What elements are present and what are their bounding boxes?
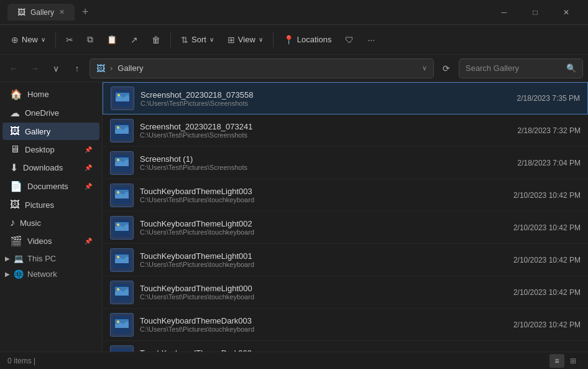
file-date: 2/10/2023 10:42 PM — [481, 256, 581, 264]
address-dropdown-icon[interactable]: ∨ — [422, 64, 427, 72]
table-row[interactable]: TouchKeyboardThemeLight002 C:\Users\Test… — [103, 212, 588, 244]
security-button[interactable]: 🛡 — [339, 31, 360, 49]
file-name: TouchKeyboardThemeLight000 — [140, 284, 475, 293]
minimize-button[interactable]: ─ — [490, 3, 518, 22]
security-icon: 🛡 — [345, 35, 354, 45]
new-tab-button[interactable]: + — [82, 6, 89, 19]
table-row[interactable]: Screenshot (1) C:\Users\Test\Pictures\Sc… — [103, 147, 588, 179]
sidebar: 🏠 Home ☁ OneDrive 🖼 Gallery 🖥 Desktop 📌 … — [0, 82, 103, 352]
table-row[interactable]: Screenshot_20230218_073241 C:\Users\Test… — [103, 114, 588, 147]
locations-button[interactable]: 📍 Locations — [277, 31, 338, 49]
table-row[interactable]: TouchKeyboardThemeDark003 C:\Users\Test\… — [103, 309, 588, 341]
sort-button[interactable]: ⇅ Sort ∨ — [175, 31, 220, 49]
view-label: View — [238, 35, 255, 44]
sidebar-item-desktop[interactable]: 🖥 Desktop 📌 — [2, 141, 99, 158]
expand-icon: ▶ — [5, 255, 10, 262]
new-icon: ⊕ — [11, 35, 19, 45]
file-name: TouchKeyboardThemeDark003 — [140, 316, 475, 325]
search-placeholder: Search Gallery — [466, 63, 519, 73]
paste-icon: 📋 — [107, 35, 117, 44]
file-name: Screenshot_20230218_073241 — [140, 122, 475, 131]
forward-button[interactable]: → — [26, 60, 44, 77]
list-view-button[interactable]: ≡ — [549, 354, 564, 368]
file-date: 2/10/2023 10:42 PM — [481, 191, 581, 200]
file-info: Screenshot_20230218_073558 C:\Users\Test… — [140, 90, 474, 107]
file-path: C:\Users\Test\Pictures\touchkeyboard — [140, 261, 475, 268]
sidebar-item-downloads[interactable]: ⬇ Downloads 📌 — [2, 159, 99, 177]
network-icon: 🌐 — [14, 269, 24, 279]
tab-label: Gallery — [30, 8, 54, 17]
share-button[interactable]: ↗ — [124, 31, 144, 49]
file-path: C:\Users\Test\Pictures\Screenshots — [140, 131, 475, 139]
expand-button[interactable]: ∨ — [47, 60, 65, 77]
separator-2 — [170, 32, 171, 47]
grid-view-button[interactable]: ⊞ — [566, 354, 581, 368]
svg-point-20 — [117, 288, 119, 291]
sidebar-item-videos[interactable]: 🎬 Videos 📌 — [2, 232, 99, 250]
view-button[interactable]: ⊞ View ∨ — [221, 31, 269, 49]
sidebar-item-home[interactable]: 🏠 Home — [2, 85, 99, 103]
paste-button[interactable]: 📋 — [101, 31, 123, 48]
downloads-icon: ⬇ — [10, 162, 18, 174]
sidebar-item-gallery[interactable]: 🖼 Gallery — [2, 123, 99, 140]
tab-close-button[interactable]: ✕ — [59, 8, 65, 16]
title-bar: 🖼 Gallery ✕ + ─ □ ✕ — [0, 0, 588, 25]
table-row[interactable]: TouchKeyboardThemeDark002 C:\Users\Test\… — [103, 341, 588, 352]
file-path: C:\Users\Test\Pictures\touchkeyboard — [140, 325, 475, 333]
file-thumbnail — [110, 119, 134, 142]
sidebar-group-this-pc[interactable]: ▶ 💻 This PC — [0, 251, 102, 266]
svg-point-5 — [117, 126, 119, 129]
address-bar: ← → ∨ ↑ 🖼 › Gallery ∨ ⟳ Search Gallery 🔍 — [0, 55, 588, 82]
table-row[interactable]: TouchKeyboardThemeLight001 C:\Users\Test… — [103, 244, 588, 276]
close-button[interactable]: ✕ — [552, 3, 581, 22]
file-date: 2/10/2023 10:42 PM — [481, 320, 581, 329]
table-row[interactable]: TouchKeyboardThemeLight000 C:\Users\Test… — [103, 276, 588, 309]
copy-button[interactable]: ⧉ — [81, 30, 99, 49]
more-icon: ··· — [367, 35, 375, 45]
file-date: 2/10/2023 10:42 PM — [481, 223, 581, 232]
file-info: TouchKeyboardThemeLight000 C:\Users\Test… — [140, 284, 475, 301]
sidebar-item-pictures[interactable]: 🖼 Pictures — [2, 196, 99, 213]
separator-1 — [55, 32, 56, 47]
address-input[interactable]: 🖼 › Gallery ∨ — [90, 58, 434, 78]
refresh-button[interactable]: ⟳ — [438, 60, 455, 77]
delete-icon: 🗑 — [152, 35, 160, 45]
file-info: TouchKeyboardThemeLight002 C:\Users\Test… — [140, 219, 475, 236]
tab-gallery[interactable]: 🖼 Gallery ✕ — [7, 4, 75, 21]
sort-icon: ⇅ — [181, 35, 188, 45]
table-row[interactable]: TouchKeyboardThemeLight003 C:\Users\Test… — [103, 179, 588, 212]
sidebar-item-label: Gallery — [25, 127, 92, 136]
sidebar-item-label: Downloads — [23, 163, 80, 172]
new-label: New — [22, 35, 38, 44]
sidebar-item-onedrive[interactable]: ☁ OneDrive — [2, 104, 99, 122]
view-dropdown-icon: ∨ — [259, 36, 263, 43]
sidebar-item-label: Music — [20, 218, 92, 228]
home-icon: 🏠 — [10, 88, 22, 100]
sidebar-group-network[interactable]: ▶ 🌐 Network — [0, 266, 102, 282]
svg-rect-25 — [115, 352, 129, 352]
desktop-icon: 🖥 — [10, 144, 20, 155]
file-info: Screenshot_20230218_073241 C:\Users\Test… — [140, 122, 475, 139]
maximize-button[interactable]: □ — [521, 3, 549, 22]
svg-point-11 — [117, 191, 119, 194]
pin-icon: 📌 — [85, 146, 92, 153]
file-thumbnail — [110, 216, 134, 240]
delete-button[interactable]: 🗑 — [145, 31, 167, 49]
new-button[interactable]: ⊕ New ∨ — [5, 31, 52, 49]
search-box[interactable]: Search Gallery 🔍 — [459, 58, 583, 78]
pin-icon: 📌 — [85, 238, 92, 245]
gallery-icon: 🖼 — [10, 126, 20, 137]
status-bar: 0 items | ≡ ⊞ — [0, 352, 588, 369]
cut-icon: ✂ — [66, 35, 73, 45]
table-row[interactable]: Screenshot_20230218_073558 C:\Users\Test… — [103, 82, 588, 114]
back-button[interactable]: ← — [5, 60, 22, 77]
sidebar-item-music[interactable]: ♪ Music — [2, 214, 99, 231]
more-button[interactable]: ··· — [361, 31, 381, 49]
cut-button[interactable]: ✂ — [60, 31, 80, 49]
up-button[interactable]: ↑ — [68, 60, 86, 77]
file-thumbnail — [110, 281, 134, 304]
svg-point-2 — [117, 94, 120, 96]
sidebar-item-documents[interactable]: 📄 Documents 📌 — [2, 177, 99, 195]
file-name: TouchKeyboardThemeDark002 — [140, 348, 475, 352]
separator-3 — [273, 32, 273, 47]
